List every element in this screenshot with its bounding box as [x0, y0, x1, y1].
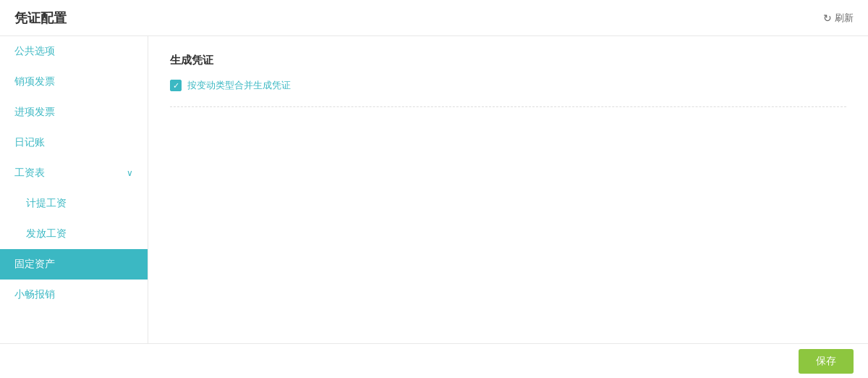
sidebar-item-label: 公共选项: [14, 45, 55, 58]
sidebar-item-label: 小畅报销: [14, 288, 55, 301]
chevron-down-icon: ∨: [127, 168, 133, 178]
sidebar-item-label: 销项发票: [14, 75, 55, 88]
sidebar-item-pay-salary[interactable]: 发放工资: [0, 219, 148, 249]
sidebar-item-label: 进项发票: [14, 106, 55, 119]
main-container: 公共选项销项发票进项发票日记账工资表∨计提工资发放工资固定资产小畅报销 生成凭证…: [0, 36, 868, 343]
section-title: 生成凭证: [170, 54, 846, 67]
sidebar-item-calc-salary[interactable]: 计提工资: [0, 188, 148, 219]
save-button[interactable]: 保存: [799, 349, 854, 374]
merge-checkbox[interactable]: ✓: [170, 80, 182, 91]
sidebar-item-label: 计提工资: [26, 197, 67, 210]
checkbox-label[interactable]: 按变动类型合并生成凭证: [187, 79, 291, 92]
sidebar-item-payroll[interactable]: 工资表∨: [0, 158, 148, 188]
sidebar-item-fixed-assets[interactable]: 固定资产: [0, 249, 148, 280]
check-mark-icon: ✓: [173, 82, 179, 90]
refresh-label: 刷新: [835, 12, 854, 25]
sidebar: 公共选项销项发票进项发票日记账工资表∨计提工资发放工资固定资产小畅报销: [0, 36, 148, 343]
sidebar-item-purchase-invoice[interactable]: 进项发票: [0, 97, 148, 127]
sidebar-item-expense[interactable]: 小畅报销: [0, 280, 148, 310]
sidebar-item-label: 日记账: [14, 136, 45, 149]
refresh-icon: ↻: [823, 12, 832, 24]
sidebar-item-label: 工资表: [14, 167, 45, 180]
sidebar-item-label: 发放工资: [26, 227, 67, 240]
sidebar-item-public[interactable]: 公共选项: [0, 36, 148, 67]
refresh-button[interactable]: ↻ 刷新: [823, 12, 854, 25]
page-header: 凭证配置 ↻ 刷新: [0, 0, 868, 36]
page-title: 凭证配置: [14, 9, 67, 27]
sidebar-item-label: 固定资产: [14, 258, 55, 271]
divider: [170, 106, 846, 107]
footer: 保存: [0, 343, 868, 378]
sidebar-item-sales-invoice[interactable]: 销项发票: [0, 67, 148, 97]
sidebar-item-journal[interactable]: 日记账: [0, 127, 148, 158]
checkbox-row: ✓ 按变动类型合并生成凭证: [170, 79, 846, 92]
content-area: 生成凭证 ✓ 按变动类型合并生成凭证: [148, 36, 868, 343]
